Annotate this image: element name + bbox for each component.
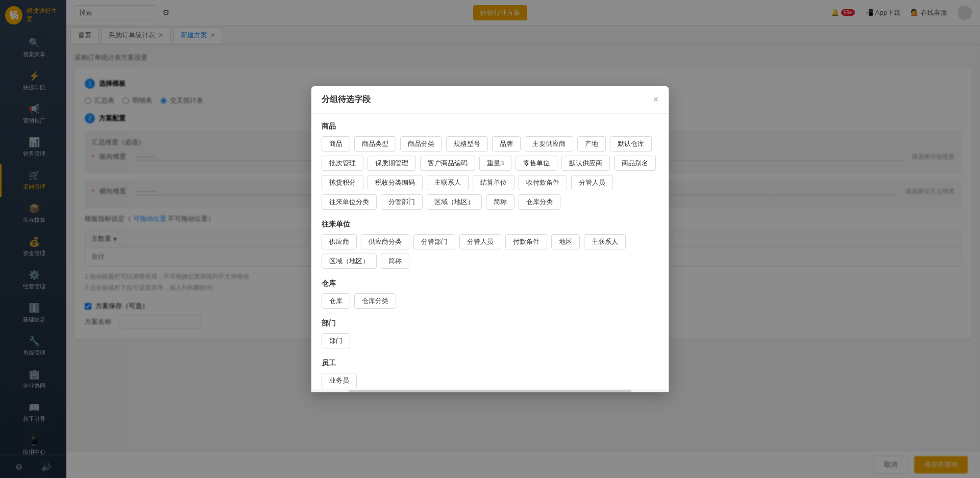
field-tag[interactable]: 供应商分类 <box>361 234 409 249</box>
field-group-商品: 商品商品商品类型商品分类规格型号品牌主要供应商产地默认仓库批次管理保质期管理客户… <box>322 122 658 210</box>
field-tag[interactable]: 付款条件 <box>505 234 547 249</box>
field-tag[interactable]: 分管人员 <box>571 175 613 190</box>
field-group-title: 商品 <box>322 122 658 131</box>
field-tag[interactable]: 往来单位分类 <box>322 194 377 210</box>
field-group-往来单位: 往来单位供应商供应商分类分管部门分管人员付款条件地区主联系人区域（地区）简称 <box>322 220 658 269</box>
field-tag[interactable]: 批次管理 <box>322 156 363 171</box>
field-group-仓库: 仓库仓库仓库分类 <box>322 279 658 309</box>
field-group-部门: 部门部门 <box>322 319 658 348</box>
field-tag[interactable]: 重量3 <box>479 156 511 171</box>
modal-body: 商品商品商品类型商品分类规格型号品牌主要供应商产地默认仓库批次管理保质期管理客户… <box>311 114 669 389</box>
field-tag[interactable]: 商品 <box>322 136 350 152</box>
modal-header: 分组待选字段 × <box>311 86 669 114</box>
field-group-title: 往来单位 <box>322 220 658 229</box>
field-group-员工: 员工业务员 <box>322 359 658 388</box>
hscroll-thumb <box>349 390 631 392</box>
field-group-title: 员工 <box>322 359 658 368</box>
field-tag[interactable]: 区域（地区） <box>427 194 482 210</box>
field-group-title: 部门 <box>322 319 658 328</box>
field-tag[interactable]: 仓库分类 <box>354 293 396 309</box>
field-tag[interactable]: 税收分类编码 <box>368 175 423 190</box>
field-tag[interactable]: 零售单位 <box>516 156 557 171</box>
field-tag[interactable]: 仓库 <box>322 293 350 309</box>
field-tag[interactable]: 分管部门 <box>413 234 455 249</box>
field-tag[interactable]: 分管人员 <box>459 234 501 249</box>
field-group-title: 仓库 <box>322 279 658 288</box>
field-tags: 仓库仓库分类 <box>322 293 658 309</box>
field-tag[interactable]: 拣货积分 <box>322 175 363 190</box>
field-tags: 供应商供应商分类分管部门分管人员付款条件地区主联系人区域（地区）简称 <box>322 234 658 269</box>
field-tags: 业务员 <box>322 373 658 388</box>
field-tag[interactable]: 商品分类 <box>400 136 442 152</box>
field-tag[interactable]: 分管部门 <box>381 194 423 210</box>
field-tag[interactable]: 默认仓库 <box>610 136 652 152</box>
field-tag[interactable]: 主联系人 <box>427 175 469 190</box>
field-tag[interactable]: 保质期管理 <box>368 156 416 171</box>
field-tag[interactable]: 仓库分类 <box>519 194 560 210</box>
field-tag[interactable]: 简称 <box>486 194 514 210</box>
modal-title: 分组待选字段 <box>322 94 371 105</box>
field-tag[interactable]: 区域（地区） <box>322 254 377 269</box>
modal: 分组待选字段 × 商品商品商品类型商品分类规格型号品牌主要供应商产地默认仓库批次… <box>311 86 669 392</box>
field-tag[interactable]: 业务员 <box>322 373 357 388</box>
field-tag[interactable]: 产地 <box>577 136 606 152</box>
field-tag[interactable]: 地区 <box>551 234 580 249</box>
modal-close-button[interactable]: × <box>653 94 658 105</box>
field-tag[interactable]: 收付款条件 <box>519 175 567 190</box>
field-tags: 部门 <box>322 333 658 348</box>
field-tags: 商品商品类型商品分类规格型号品牌主要供应商产地默认仓库批次管理保质期管理客户商品… <box>322 136 658 210</box>
field-tag[interactable]: 结算单位 <box>473 175 514 190</box>
field-tag[interactable]: 品牌 <box>492 136 521 152</box>
field-tag[interactable]: 客户商品编码 <box>420 156 475 171</box>
field-tag[interactable]: 供应商 <box>322 234 357 249</box>
field-tag[interactable]: 商品类型 <box>354 136 396 152</box>
field-tag[interactable]: 主联系人 <box>584 234 626 249</box>
field-tag[interactable]: 主要供应商 <box>525 136 573 152</box>
modal-horizontal-scrollbar[interactable] <box>311 389 669 392</box>
field-tag[interactable]: 默认供应商 <box>561 156 610 171</box>
field-tag[interactable]: 规格型号 <box>446 136 488 152</box>
field-tag[interactable]: 商品别名 <box>614 156 656 171</box>
field-tag[interactable]: 简称 <box>381 254 409 269</box>
field-tag[interactable]: 部门 <box>322 333 350 348</box>
